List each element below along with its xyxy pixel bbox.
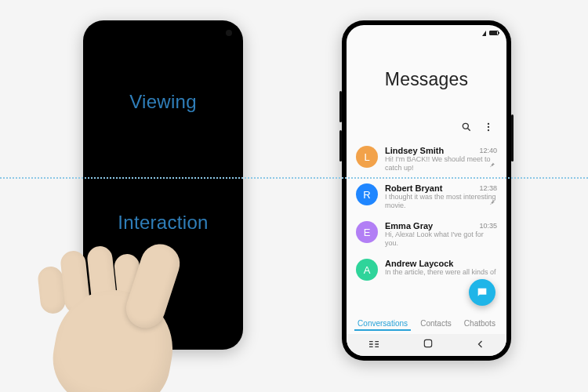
interaction-label: Interaction	[83, 212, 243, 234]
compose-button[interactable]	[469, 279, 495, 306]
tab-chatbots[interactable]: Chatbots	[461, 318, 499, 331]
toolbar	[347, 122, 506, 140]
svg-rect-11	[424, 339, 431, 347]
back-icon[interactable]	[476, 338, 485, 352]
svg-point-2	[488, 123, 489, 125]
message-preview: Hi, Alexa! Look what I've got for you.	[385, 230, 497, 248]
home-icon[interactable]	[423, 338, 434, 352]
timestamp: 10:35	[479, 222, 497, 230]
phone-screen: Messages L Lindsey Smith Hi! I'm BACK!! …	[347, 25, 506, 356]
pin-icon	[488, 158, 495, 172]
contact-name: Andrew Laycock	[385, 259, 497, 268]
hand-illustration	[31, 235, 204, 392]
signal-icon	[482, 31, 486, 36]
avatar: A	[356, 259, 378, 281]
svg-point-0	[463, 123, 468, 129]
avatar: E	[356, 221, 378, 243]
front-camera-icon	[226, 30, 232, 36]
search-icon[interactable]	[461, 122, 472, 132]
nav-bar	[347, 334, 506, 356]
phone-right: Messages L Lindsey Smith Hi! I'm BACK!! …	[342, 20, 511, 361]
tab-contacts[interactable]: Contacts	[417, 318, 454, 331]
svg-point-4	[488, 129, 489, 131]
timestamp: 12:40	[479, 147, 497, 154]
volume-down-button[interactable]	[339, 130, 342, 162]
avatar: L	[356, 146, 378, 168]
tab-conversations[interactable]: Conversations	[354, 318, 411, 331]
svg-line-1	[467, 128, 470, 130]
list-item[interactable]: L Lindsey Smith Hi! I'm BACK!! We should…	[347, 140, 506, 178]
list-item[interactable]: E Emma Gray Hi, Alexa! Look what I've go…	[347, 216, 506, 253]
viewing-label: Viewing	[83, 91, 243, 113]
more-icon[interactable]	[483, 122, 494, 132]
recents-icon[interactable]	[368, 338, 380, 352]
volume-up-button[interactable]	[339, 91, 342, 122]
message-preview: In the article, there were all kinds of	[385, 268, 497, 277]
status-bar	[347, 25, 506, 39]
divider-line	[0, 177, 588, 179]
message-preview: I thought it was the most interesting mo…	[385, 193, 497, 210]
power-button[interactable]	[511, 114, 514, 162]
avatar: R	[356, 183, 378, 205]
list-item[interactable]: R Robert Bryant I thought it was the mos…	[347, 178, 506, 216]
pin-icon	[488, 195, 495, 209]
battery-icon	[489, 31, 499, 35]
bottom-tabs: Conversations Contacts Chatbots	[347, 313, 506, 334]
timestamp: 12:38	[479, 184, 497, 192]
app-title: Messages	[347, 39, 506, 122]
svg-point-3	[488, 126, 489, 128]
message-preview: Hi! I'm BACK!! We should meet to catch u…	[385, 155, 497, 172]
